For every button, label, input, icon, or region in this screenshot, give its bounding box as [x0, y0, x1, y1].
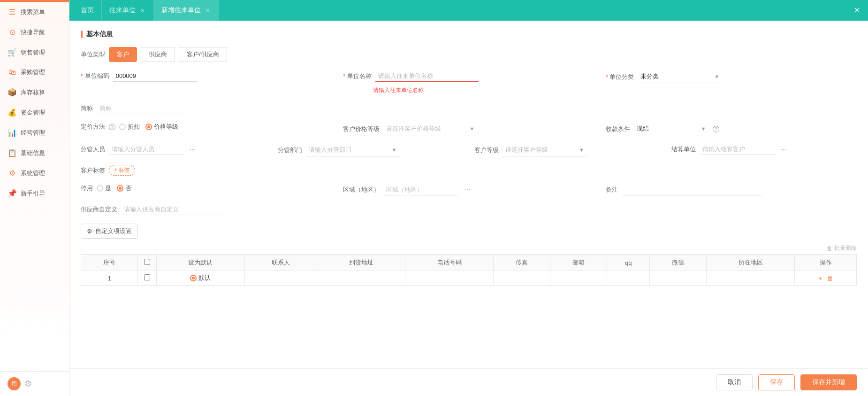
customer-level-label: 客户等级 — [474, 146, 499, 155]
payment-terms-value: 现结 — [637, 124, 649, 133]
payment-terms-select[interactable]: 现结 ▼ — [634, 123, 709, 135]
tab-new-partner-close[interactable]: ✕ — [204, 7, 211, 14]
tags-label: 客户标签 — [81, 166, 105, 175]
disabled-yes-radio[interactable]: 是 — [97, 184, 111, 193]
tab-partners[interactable]: 往来单位 ✕ — [102, 0, 154, 21]
pricing-info-icon[interactable]: ? — [109, 124, 115, 130]
supplier-custom-row: 供应商自定义 — [81, 204, 857, 215]
manager-more-btn[interactable]: ··· — [188, 145, 198, 154]
sidebar-item-system[interactable]: ⚙ 系统管理 — [0, 163, 69, 183]
row-location — [707, 271, 795, 286]
settlement-unit-input[interactable] — [700, 144, 775, 155]
add-row-btn[interactable]: + — [818, 275, 822, 282]
row-contact — [244, 271, 317, 286]
unit-category-select[interactable]: 未分类 ▼ — [638, 70, 722, 83]
supplier-custom-input[interactable] — [121, 204, 224, 215]
unit-category-chevron: ▼ — [714, 74, 719, 79]
sidebar-item-purchase[interactable]: 🛍 采购管理 — [0, 62, 69, 82]
unit-type-both-btn[interactable]: 客户/供应商 — [179, 47, 227, 62]
department-select[interactable]: 请输入分管部门 ▼ — [306, 144, 400, 156]
sidebar-item-quick-nav[interactable]: ⊙ 快捷导航 — [0, 22, 69, 42]
sidebar-item-sales[interactable]: 🛒 销售管理 — [0, 42, 69, 62]
table-header-row: 序号 设为默认 联系人 到货地址 电话号码 传真 邮箱 qq 微信 所在地区 操… — [81, 255, 857, 271]
tab-home[interactable]: 首页 — [73, 0, 102, 21]
remark-input[interactable] — [622, 184, 762, 195]
col-phone: 电话号码 — [405, 255, 494, 271]
customer-price-level-field: 客户价格等级 请选择客户价格等级 ▼ — [343, 123, 594, 135]
save-button[interactable]: 保存 — [758, 374, 795, 390]
customer-level-placeholder: 请选择客户等级 — [505, 146, 548, 154]
settlement-more-btn[interactable]: ··· — [778, 145, 788, 154]
batch-delete-label[interactable]: 批量删除 — [834, 244, 857, 252]
row-default-label: 默认 — [198, 274, 211, 282]
cancel-button[interactable]: 取消 — [716, 374, 753, 390]
sidebar-item-basic-info[interactable]: 📋 基础信息 — [0, 143, 69, 163]
payment-terms-info-icon[interactable]: ? — [713, 126, 719, 132]
manager-input[interactable] — [109, 144, 184, 155]
department-chevron: ▼ — [392, 147, 397, 153]
close-all-tabs-button[interactable]: ✕ — [850, 5, 864, 16]
select-all-checkbox[interactable] — [144, 259, 150, 265]
sidebar-item-label: 采购管理 — [21, 68, 45, 77]
payment-terms-chevron: ▼ — [701, 126, 706, 132]
delete-row-btn[interactable]: 🗑 — [827, 275, 833, 282]
tab-partners-close[interactable]: ✕ — [138, 7, 146, 14]
unit-name-input[interactable] — [375, 70, 479, 82]
disabled-region-remark-row: 停用 是 否 区域（地区） ··· 备注 — [81, 184, 857, 195]
short-name-input[interactable] — [97, 103, 190, 114]
sidebar-item-label: 经营管理 — [21, 129, 45, 137]
tab-partners-label: 往来单位 — [109, 6, 136, 15]
unit-type-customer-btn[interactable]: 客户 — [109, 47, 137, 62]
unit-name-field: 单位名称 请输入往来单位名称 — [343, 70, 594, 94]
unit-type-supplier-btn[interactable]: 供应商 — [141, 47, 175, 62]
row-default-circle — [190, 275, 197, 281]
add-tag-button[interactable]: + 标签 — [109, 165, 135, 176]
code-name-category-row: 单位编码 单位名称 请输入往来单位名称 单位分类 未分类 ▼ — [81, 70, 857, 94]
unit-category-field: 单位分类 未分类 ▼ — [606, 70, 857, 83]
row-email — [550, 271, 607, 286]
settlement-unit-field: 结算单位 ··· — [671, 144, 857, 155]
region-input[interactable] — [383, 184, 458, 195]
disabled-no-radio[interactable]: 否 — [117, 184, 131, 193]
finance-icon: 💰 — [8, 108, 17, 117]
remark-label: 备注 — [606, 186, 618, 194]
pricing-discount-radio[interactable]: 折扣 — [119, 123, 140, 131]
region-more-btn[interactable]: ··· — [462, 186, 472, 194]
manager-row: 分管人员 ··· 分管部门 请输入分管部门 ▼ 客户等级 请选择客户等级 ▼ 结… — [81, 144, 857, 156]
pricing-level-radio[interactable]: 价格等级 — [145, 123, 178, 131]
sidebar-item-inventory[interactable]: 📦 库存核算 — [0, 82, 69, 102]
tab-new-partner-label: 新增往来单位 — [161, 6, 201, 15]
table-row: 1 默认 — [81, 271, 857, 286]
settlement-unit-label: 结算单位 — [671, 145, 696, 154]
sidebar-item-label: 基础信息 — [21, 149, 45, 157]
unit-code-input[interactable] — [113, 70, 198, 82]
batch-delete-area: 🗑 批量删除 — [81, 244, 857, 252]
unit-code-field: 单位编码 — [81, 70, 332, 82]
sidebar-item-finance[interactable]: 💰 资金管理 — [0, 102, 69, 123]
customer-level-select[interactable]: 请选择客户等级 ▼ — [503, 144, 587, 156]
avatar[interactable]: 用 — [8, 377, 21, 390]
unit-code-label: 单位编码 — [81, 72, 109, 80]
pricing-level-label: 价格等级 — [154, 123, 178, 131]
payment-terms-field: 收款条件 现结 ▼ ? — [606, 123, 857, 135]
main-area: 首页 往来单位 ✕ 新增往来单位 ✕ ✕ 基本信息 单位类型 客户 供应商 客 — [69, 0, 868, 396]
customer-level-chevron: ▼ — [579, 147, 584, 153]
unit-type-field: 单位类型 客户 供应商 客户/供应商 — [81, 47, 857, 62]
sales-icon: 🛒 — [8, 48, 17, 57]
sidebar-item-operations[interactable]: 📊 经营管理 — [0, 123, 69, 143]
col-address: 到货地址 — [317, 255, 405, 271]
row-default-radio[interactable]: 默认 — [161, 274, 240, 282]
customer-price-level-select[interactable]: 请选择客户价格等级 ▼ — [383, 123, 477, 135]
save-and-new-button[interactable]: 保存并新增 — [800, 374, 857, 390]
quick-nav-icon: ⊙ — [8, 28, 17, 37]
tab-new-partner[interactable]: 新增往来单位 ✕ — [154, 0, 219, 21]
row-qq — [607, 271, 650, 286]
user-icon: ⚙ — [24, 379, 32, 389]
supplier-custom-label: 供应商自定义 — [81, 205, 117, 214]
sidebar-item-search[interactable]: ☰ 搜索菜单 — [0, 2, 69, 22]
disabled-field: 停用 是 否 — [81, 184, 332, 193]
sidebar-item-label: 快捷导航 — [21, 28, 45, 37]
sidebar-item-new-guide[interactable]: 📌 新手引导 — [0, 183, 69, 203]
row-checkbox[interactable] — [144, 274, 150, 280]
custom-settings-button[interactable]: ⚙ 自定义项设置 — [81, 224, 138, 239]
